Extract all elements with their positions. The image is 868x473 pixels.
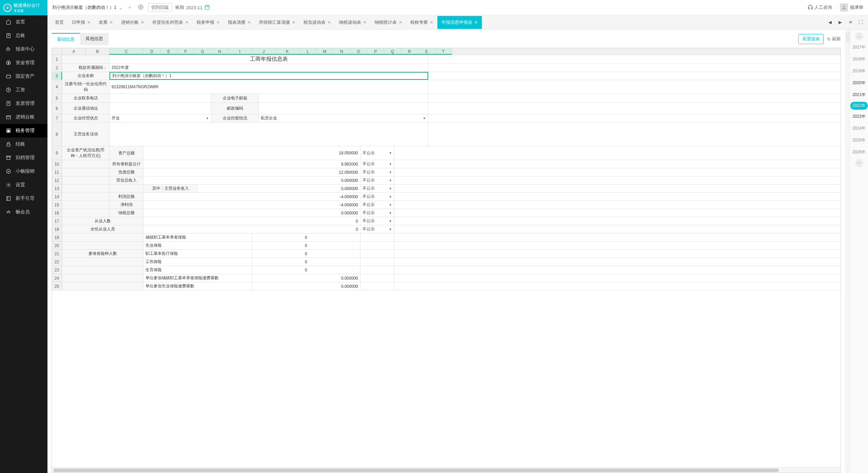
sidebar-item-ledger[interactable]: 总账 xyxy=(0,29,47,42)
year-item[interactable]: 2026年 xyxy=(851,147,867,157)
year-item[interactable]: 2025年 xyxy=(851,135,867,145)
row-header[interactable]: 15 xyxy=(52,201,62,209)
old-version-button[interactable]: 切到旧版 xyxy=(148,3,172,12)
visibility-dropdown[interactable]: 不公示 xyxy=(360,209,394,217)
sidebar-item-stock[interactable]: 进销台账 xyxy=(0,110,47,124)
row-header[interactable]: 22 xyxy=(52,258,62,266)
tab-1[interactable]: 日申报✕ xyxy=(68,16,95,29)
column-header[interactable]: R xyxy=(401,48,418,55)
company-name-cell[interactable]: 刘小艳演示账套（勿删勿动！）1 xyxy=(110,72,428,80)
sidebar-item-guide[interactable]: 新手引导 xyxy=(0,192,47,205)
insurance-value[interactable]: 0 xyxy=(252,266,360,274)
row-header[interactable]: 13 xyxy=(52,185,62,192)
email-value[interactable] xyxy=(259,94,428,102)
reset-button[interactable]: 重置报表 xyxy=(798,34,824,44)
column-header[interactable]: B xyxy=(86,48,110,55)
column-header[interactable]: K xyxy=(276,48,299,55)
column-header[interactable]: J xyxy=(252,48,276,55)
visibility-dropdown[interactable]: 不公示 xyxy=(360,217,394,225)
account-selector[interactable]: 刘小艳演示账套（勿删勿动！）1 ⌄ xyxy=(52,4,123,11)
vertical-scrollbar[interactable] xyxy=(845,30,850,473)
close-icon[interactable]: ✕ xyxy=(185,20,189,25)
year-down-icon[interactable]: ﹀ xyxy=(855,159,863,167)
sidebar-item-invoice[interactable]: 发票管理 xyxy=(0,97,47,110)
visibility-dropdown[interactable]: 不公示 xyxy=(360,193,394,201)
row-header[interactable]: 14 xyxy=(52,193,62,201)
tab-2[interactable]: 发票✕ xyxy=(95,16,117,29)
year-up-icon[interactable]: ︿ xyxy=(855,32,863,40)
tab-7[interactable]: 所得税汇算清缴✕ xyxy=(255,16,299,29)
column-header[interactable]: E xyxy=(160,48,177,55)
year-item[interactable]: 2018年 xyxy=(851,54,867,64)
tab-5[interactable]: 税务申报✕ xyxy=(193,16,224,29)
tab-6[interactable]: 报表清册✕ xyxy=(224,16,255,29)
sidebar-item-money[interactable]: ¥资金管理 xyxy=(0,56,47,70)
column-header[interactable]: Q xyxy=(384,48,401,55)
sidebar-item-chart[interactable]: 报表中心 xyxy=(0,42,47,56)
column-header[interactable]: G xyxy=(194,48,211,55)
close-icon[interactable]: ✕ xyxy=(474,20,478,25)
tab-4[interactable]: 存货别名对照表✕ xyxy=(148,16,193,29)
column-header[interactable]: D xyxy=(143,48,160,55)
row-header[interactable]: 20 xyxy=(52,242,62,249)
tab-0[interactable]: 首页 xyxy=(51,16,68,29)
column-header[interactable]: A xyxy=(62,48,86,55)
fin-row-value[interactable]: 0.000000 xyxy=(143,176,360,184)
tab-8[interactable]: 税负波动表✕ xyxy=(299,16,335,29)
row-header[interactable]: 16 xyxy=(52,209,62,217)
main-rev-value[interactable]: 0.000000 xyxy=(198,185,360,192)
year-item[interactable]: 2020年 xyxy=(851,78,867,88)
row-header[interactable]: 11 xyxy=(52,168,62,176)
row-header[interactable]: 18 xyxy=(52,225,62,233)
column-header[interactable]: N xyxy=(333,48,350,55)
status-dropdown[interactable]: 开业 xyxy=(110,114,211,122)
insurance-value[interactable]: 0 xyxy=(252,242,360,249)
close-icon[interactable]: ✕ xyxy=(110,20,113,25)
fin-row-value[interactable]: 18.050000 xyxy=(143,146,360,160)
column-header[interactable]: M xyxy=(316,48,333,55)
base-row-value[interactable]: 0.000000 xyxy=(252,274,360,282)
refresh-button[interactable]: ↻ 刷新 xyxy=(827,36,841,42)
row-header[interactable]: 3 xyxy=(52,72,62,80)
column-header[interactable]: T xyxy=(435,48,452,55)
row-header[interactable]: 23 xyxy=(52,266,62,274)
insurance-value[interactable]: 0 xyxy=(252,258,360,266)
gear-icon[interactable] xyxy=(137,3,145,12)
user-menu[interactable]: 徐泽华 xyxy=(840,3,863,12)
year-item[interactable]: 2024年 xyxy=(851,124,867,133)
plus-icon[interactable]: ＋ xyxy=(126,3,133,12)
visibility-dropdown[interactable]: 不公示 xyxy=(360,185,394,192)
column-header[interactable]: S xyxy=(418,48,435,55)
close-icon[interactable]: ✕ xyxy=(292,20,295,25)
main-biz-value[interactable] xyxy=(110,122,428,146)
close-icon[interactable]: ✕ xyxy=(216,20,220,25)
row-header[interactable]: 4 xyxy=(52,80,62,94)
row-header[interactable]: 7 xyxy=(52,114,62,122)
visibility-dropdown[interactable]: 不公示 xyxy=(360,201,394,209)
spreadsheet-grid[interactable]: ABCDEFGHIJKLMNOPQRST 1工商年报信息表2税款所属期间：202… xyxy=(52,48,841,473)
tab-10[interactable]: 纳税统计表✕ xyxy=(371,16,406,29)
sidebar-item-archive[interactable]: 归档管理 xyxy=(0,151,47,165)
year-item[interactable]: 2017年 xyxy=(851,42,867,52)
base-row-value[interactable]: 0.000000 xyxy=(252,282,360,290)
row-header[interactable]: 6 xyxy=(52,103,62,114)
panel-collapse-icon[interactable]: › xyxy=(846,32,850,42)
tab-11[interactable]: 税检专家✕ xyxy=(406,16,437,29)
year-item[interactable]: 2023年 xyxy=(851,112,867,121)
holding-dropdown[interactable]: 私营企业 xyxy=(259,114,428,122)
help-link[interactable]: 人工咨询 xyxy=(808,4,832,11)
row-header[interactable]: 21 xyxy=(52,250,62,258)
tab-prev-icon[interactable]: ◀ xyxy=(826,18,834,26)
sidebar-item-reimb[interactable]: 小畅报销 xyxy=(0,165,47,178)
address-value[interactable] xyxy=(110,103,211,114)
row-header[interactable]: 25 xyxy=(52,282,62,290)
row-header[interactable]: 10 xyxy=(52,160,62,168)
year-item[interactable]: 2021年 xyxy=(851,90,867,100)
phone-value[interactable] xyxy=(110,94,211,102)
tab-close-all-icon[interactable]: ✕ xyxy=(846,18,854,26)
row-header[interactable]: 5 xyxy=(52,94,62,102)
fullscreen-icon[interactable]: ⛶ xyxy=(856,18,865,26)
insurance-value[interactable]: 0 xyxy=(252,250,360,258)
grid-corner[interactable] xyxy=(52,48,62,55)
column-header[interactable]: L xyxy=(299,48,316,55)
